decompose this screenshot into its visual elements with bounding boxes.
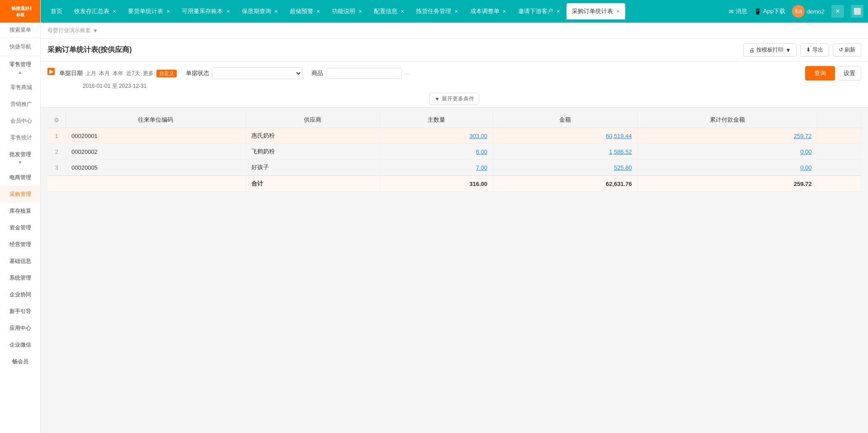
date-shortcuts: 上月 本月 本年 近7天 更多 自定义 — [85, 70, 177, 77]
tab-overstock-close[interactable]: × — [316, 8, 320, 15]
goods-input[interactable] — [326, 68, 402, 79]
column-settings-icon[interactable]: ⚙ — [53, 116, 60, 124]
row-1-code: 00020001 — [66, 128, 246, 144]
sidebar-item-wholesale[interactable]: 批发管理 ▼ — [0, 146, 40, 169]
row-1-supplier: 惠氏奶粉 — [245, 128, 380, 144]
query-button[interactable]: 查询 — [805, 66, 835, 81]
table-container: ⚙ 往来单位编码 供应商 主数量 金额 累计付款金额 1 — [41, 108, 868, 196]
tab-config[interactable]: 配置信息 × — [368, 3, 410, 19]
footer-label: 合计 — [245, 176, 380, 192]
main-content: 首页 收发存汇总表 × 要货单统计表 × 可用量库存账本 × 保质期查询 × 超… — [41, 0, 868, 433]
sidebar-item-collab[interactable]: 企业协同 — [0, 286, 40, 303]
sidebar-subitem-marketing[interactable]: 营销推广 — [0, 96, 40, 113]
refresh-button[interactable]: ↺ 刷新 — [833, 43, 861, 57]
filter-area: ▶ 单据日期 上月 本月 本年 近7天 更多 — [41, 62, 868, 108]
quick-nav: 快捷导航 — [0, 38, 40, 56]
page-header: 采购订单统计表(按供应商) 🖨 按模板打印 ▼ ⬇ 导出 ↺ 刷新 — [41, 39, 868, 62]
tab-purchasestat[interactable]: 采购订单统计表 × — [566, 3, 625, 19]
maximize-tab-button[interactable]: ⬜ — [851, 5, 863, 18]
sidebar-item-appcenter[interactable]: 应用中心 — [0, 320, 40, 337]
tab-funcguide[interactable]: 功能说明 × — [326, 3, 368, 19]
sidebar-item-system[interactable]: 系统管理 — [0, 270, 40, 286]
tab-available-close[interactable]: × — [226, 8, 230, 15]
page-title: 采购订单统计表(按供应商) — [47, 45, 132, 55]
quick-nav-item[interactable]: 快捷导航 — [0, 40, 40, 53]
tab-list: 首页 收发存汇总表 × 要货单统计表 × 可用量库存账本 × 保质期查询 × 超… — [45, 3, 729, 19]
filter-row-1: 单据日期 上月 本月 本年 近7天 更多 自定义 — [59, 66, 861, 81]
tab-invitedown[interactable]: 邀请下游客户 × — [513, 3, 566, 19]
footer-empty2 — [817, 176, 861, 192]
tab-funcguide-close[interactable]: × — [359, 8, 362, 15]
tab-config-close[interactable]: × — [401, 8, 404, 15]
data-table: ⚙ 往来单位编码 供应商 主数量 金额 累计付款金额 1 — [47, 112, 861, 192]
row-1-qty: 303.00 — [380, 128, 493, 144]
status-select[interactable] — [212, 67, 302, 79]
page-header-actions: 🖨 按模板打印 ▼ ⬇ 导出 ↺ 刷新 — [743, 43, 861, 57]
tab-available[interactable]: 可用量库存账本 × — [176, 3, 235, 19]
sidebar-item-newbie[interactable]: 新手引导 — [0, 303, 40, 320]
date-custom-tag[interactable]: 自定义 — [156, 70, 177, 77]
sidebar-item-retail[interactable]: 零售管理 ▲ — [0, 56, 40, 79]
expand-more-button[interactable]: ▼ 展开更多条件 — [429, 93, 479, 105]
wholesale-arrow-icon: ▼ — [18, 160, 23, 165]
date-last-month[interactable]: 上月 — [85, 70, 96, 77]
tab-reqstat-close[interactable]: × — [166, 8, 170, 15]
export-button[interactable]: ⬇ 导出 — [800, 43, 829, 57]
date-7days[interactable]: 近7天 — [126, 70, 140, 77]
sidebar-subitem-member[interactable]: 会员中心 — [0, 113, 40, 129]
tab-purchasestat-close[interactable]: × — [616, 8, 620, 15]
tab-expiry[interactable]: 保质期查询 × — [236, 3, 283, 19]
close-tab-button[interactable]: × — [831, 5, 844, 18]
tab-expiry-close[interactable]: × — [274, 8, 278, 15]
sidebar-item-basic[interactable]: 基础信息 — [0, 253, 40, 270]
tab-home[interactable]: 首页 — [45, 3, 68, 19]
col-supplier-header: 供应商 — [245, 112, 380, 128]
sidebar-item-purchase[interactable]: 采购管理 — [0, 186, 40, 203]
tab-invitedown-close[interactable]: × — [557, 8, 560, 15]
sidebar-item-ecom[interactable]: 电商管理 — [0, 169, 40, 186]
user-avatar[interactable]: Ea demo2 — [792, 5, 825, 18]
tab-collect-close[interactable]: × — [113, 8, 116, 15]
sidebar-subitem-retail-stat[interactable]: 零售统计 — [0, 129, 40, 146]
msg-btn[interactable]: ✉ 消息 — [729, 7, 747, 15]
sidebar-item-inventory[interactable]: 库存核算 — [0, 203, 40, 219]
refresh-label: 刷新 — [844, 47, 855, 53]
date-this-month[interactable]: 本月 — [99, 70, 110, 77]
sidebar-item-vip[interactable]: 畅会员 — [0, 353, 40, 370]
date-more[interactable]: 更多 — [143, 70, 154, 77]
row-1-num: 1 — [47, 128, 66, 144]
print-button[interactable]: 🖨 按模板打印 ▼ — [743, 43, 797, 57]
refresh-icon: ↺ — [839, 47, 843, 53]
tab-pickjob-close[interactable]: × — [454, 8, 458, 15]
row-3-amount: 525.80 — [493, 160, 637, 176]
sidebar-menu: 零售管理 ▲ 零售商城 营销推广 会员中心 零售统计 批发管理 ▼ 电商管理 采… — [0, 56, 40, 433]
sidebar-item-finance[interactable]: 资金管理 — [0, 219, 40, 236]
breadcrumb-text: 母婴行业演示账套 — [47, 27, 91, 34]
goods-more-icon[interactable]: ··· — [405, 70, 410, 77]
date-filter: 单据日期 上月 本月 本年 近7天 更多 自定义 — [59, 69, 177, 77]
app-icon: 📱 — [754, 8, 761, 15]
row-3-paid: 0.00 — [637, 160, 817, 176]
app-download-btn[interactable]: 📱 App下载 — [754, 7, 785, 15]
status-filter: 单据状态 — [186, 67, 302, 79]
print-icon: 🖨 — [749, 47, 755, 53]
tab-overstock[interactable]: 超储预警 × — [284, 3, 326, 19]
tab-reqstat[interactable]: 要货单统计表 × — [123, 3, 175, 19]
topbar: 首页 收发存汇总表 × 要货单统计表 × 可用量库存账本 × 保质期查询 × 超… — [41, 0, 868, 23]
sidebar-item-wechat[interactable]: 企业微信 — [0, 337, 40, 353]
toggle-filter-button[interactable]: ▶ — [47, 68, 55, 75]
expand-icon: ▲ — [18, 70, 23, 75]
sidebar-subitem-retail-mall[interactable]: 零售商城 — [0, 79, 40, 96]
tab-costadjust-close[interactable]: × — [503, 8, 506, 15]
tab-pickjob[interactable]: 拣货任务管理 × — [410, 3, 463, 19]
sidebar-search[interactable]: 搜索菜单 — [0, 23, 40, 38]
sidebar-item-ops[interactable]: 经营管理 — [0, 236, 40, 253]
settings-button[interactable]: 设置 — [838, 66, 861, 81]
tab-collect[interactable]: 收发存汇总表 × — [69, 3, 122, 19]
topbar-right: ✉ 消息 📱 App下载 Ea demo2 × ⬜ — [729, 5, 863, 18]
tab-costadjust[interactable]: 成本调整单 × — [465, 3, 512, 19]
row-2-qty: 6.00 — [380, 144, 493, 160]
date-this-year[interactable]: 本年 — [113, 70, 123, 77]
search-label: 搜索菜单 — [9, 27, 31, 33]
logo-text: 畅捷通好生意 标题 — [9, 2, 32, 21]
